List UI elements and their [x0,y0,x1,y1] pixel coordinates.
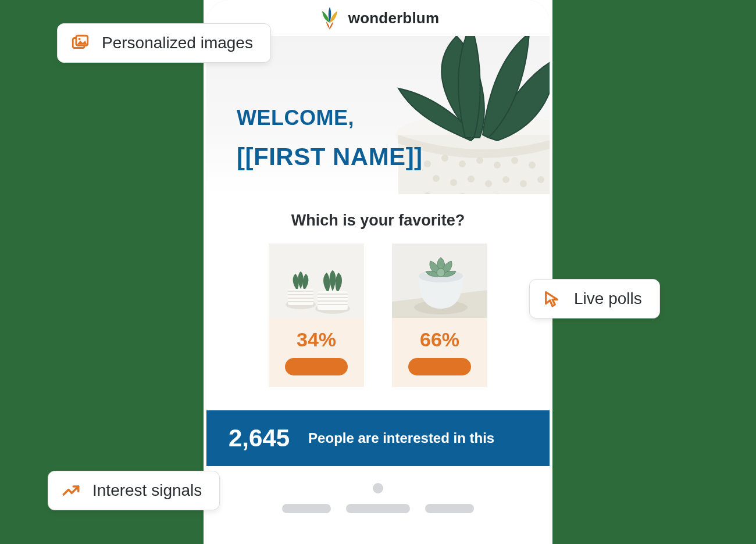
poll-options: 34% [230,244,526,387]
svg-point-5 [476,157,483,164]
poll-section: Which is your favorite? [206,194,550,410]
svg-point-4 [459,160,466,167]
svg-point-6 [494,162,501,169]
svg-point-14 [520,180,527,187]
email-preview-device: wonderblum [206,0,550,544]
feature-tag-interest-signals: Interest signals [48,471,220,510]
svg-point-15 [537,176,544,183]
device-home-indicator [206,466,550,530]
svg-point-13 [502,176,509,183]
pagination-dot-icon [373,483,383,493]
feature-tag-label: Interest signals [92,481,202,500]
svg-point-8 [529,162,536,169]
poll-option-2-thumb [392,244,487,318]
interest-count: 2,645 [229,424,290,452]
poll-option-2[interactable]: 66% [392,244,487,387]
svg-point-7 [511,157,518,164]
svg-point-31 [437,269,445,277]
placeholder-bar [346,504,410,513]
svg-point-11 [468,176,475,182]
hero-name-placeholder: [[FIRST NAME]] [237,143,423,171]
svg-point-3 [441,155,448,162]
poll-option-2-vote-button[interactable] [408,358,471,375]
placeholder-bar [425,504,474,513]
poll-option-1-thumb [269,244,364,318]
feature-tag-live-polls: Live polls [529,279,660,318]
poll-option-1-vote-button[interactable] [285,358,348,375]
background-panel-left [0,0,204,544]
hero-greeting: WELCOME, [[FIRST NAME]] [237,106,423,171]
feature-tag-label: Live polls [574,289,642,308]
interest-label: People are interested in this [308,430,494,446]
background-panel-right [552,0,756,544]
brand-name: wonderblum [348,9,440,27]
svg-point-2 [424,160,431,167]
poll-option-2-percent: 66% [420,328,459,351]
poll-option-1-percent: 34% [297,328,336,351]
feature-tag-personalized-images: Personalized images [57,23,271,63]
svg-point-12 [485,180,492,187]
trend-up-icon [61,481,81,500]
hero-welcome-label: WELCOME, [237,106,423,130]
svg-point-10 [450,179,457,186]
poll-option-1[interactable]: 34% [269,244,364,387]
feature-tag-label: Personalized images [102,34,253,52]
svg-point-9 [433,175,440,182]
poll-question: Which is your favorite? [230,212,526,230]
wonderblum-logo-icon [317,5,343,31]
svg-point-34 [79,38,81,40]
images-icon [70,33,90,53]
placeholder-bar [282,504,331,513]
interest-banner: 2,645 People are interested in this [206,410,550,466]
cursor-click-icon [543,289,562,309]
